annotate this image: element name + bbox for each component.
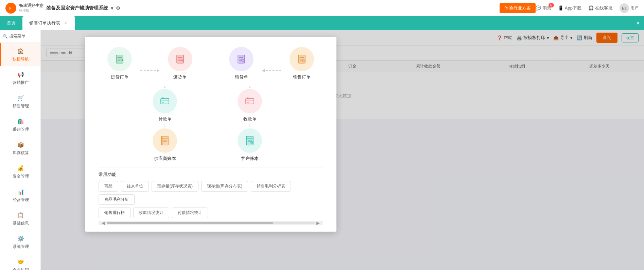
flow-diagram: 进货订单 <box>99 47 323 162</box>
btn-stock-dist[interactable]: 现存量(库存分布表) <box>201 181 248 192</box>
avatar-text: Ea <box>622 6 626 10</box>
tab-sales-order-label: 销售订单执行表 <box>29 20 60 26</box>
message-badge: 6 <box>549 3 554 7</box>
sales-order-icon <box>290 47 314 71</box>
btn-stock-status[interactable]: 现存量(库存状况表) <box>152 181 198 192</box>
btn-sales-rank[interactable]: 销售排行榜 <box>99 208 130 218</box>
arrow-purchase-to-purchase-slip <box>140 70 159 80</box>
sidebar-search[interactable]: 🔍 搜索菜单 <box>0 30 40 43</box>
logo-main-text: 畅康通好生意 <box>19 3 43 8</box>
flow-row-2-wrapper: ↓ ¥ 付款单 <box>99 83 323 122</box>
tab-home[interactable]: 首页 <box>0 16 22 30</box>
common-functions-title: 常用功能 <box>99 172 323 178</box>
btn-goods[interactable]: 商品 <box>99 181 118 192</box>
sidebar-item-inventory[interactable]: 📦 库存核算 <box>0 137 40 160</box>
customer-ledger-label: 客户账本 <box>241 156 259 162</box>
service-label: 在线客服 <box>595 5 613 11</box>
flow-item-purchase-slip[interactable]: 进货单 <box>159 47 201 80</box>
arrow-sales-order-to-slip <box>262 70 281 80</box>
sidebar-search-label: 搜索菜单 <box>9 33 25 39</box>
scrollbar-left-arrow[interactable]: ◀ <box>100 220 107 226</box>
tab-sales-order[interactable]: 销售订单执行表 × <box>22 16 75 30</box>
scrollbar-right-arrow[interactable]: ▶ <box>315 220 321 226</box>
sidebar: 🔍 搜索菜单 🏠 快捷导航 📢 营销推广 🛒 销售管理 🛍️ 采购管理 📦 库存… <box>0 30 41 270</box>
arrow-down-payment: ↓ <box>163 83 167 89</box>
tab-home-label: 首页 <box>7 20 16 26</box>
main-layout: 🔍 搜索菜单 🏠 快捷导航 📢 营销推广 🛒 销售管理 🛍️ 采购管理 📦 库存… <box>0 30 644 270</box>
header-right: 💬 消息 6 📱 App下载 🎧 在线客服 Ea 用户 <box>536 3 639 13</box>
common-functions-section: 常用功能 商品 往来单位 现存量(库存状况表) 现存量(库存分布表) 销售毛利分… <box>99 167 323 218</box>
arrow-down-supplier: ↓ <box>163 122 167 128</box>
basic-info-icon: 📋 <box>17 211 25 219</box>
message-button[interactable]: 💬 消息 6 <box>536 5 551 11</box>
online-service-button[interactable]: 🎧 在线客服 <box>588 5 613 11</box>
sidebar-item-purchase[interactable]: 🛍️ 采购管理 <box>0 113 40 137</box>
user-menu[interactable]: Ea 用户 <box>620 3 639 13</box>
logo-icon: 6 <box>5 3 16 14</box>
purchase-slip-icon <box>168 47 192 71</box>
quick-nav-icon: 🏠 <box>17 47 25 55</box>
tab-bar-close-icon[interactable]: × <box>636 20 640 26</box>
supplier-ledger-icon <box>153 128 177 153</box>
collab-icon: 🤝 <box>17 258 25 266</box>
payment-icon: ¥ <box>153 89 177 113</box>
sidebar-item-collab[interactable]: 🤝 企业协同 <box>0 254 40 270</box>
experience-button[interactable]: 体验行业方案 <box>500 3 536 13</box>
flow-item-payment[interactable]: ¥ 付款单 <box>143 89 187 122</box>
common-btns-row2: 销售排行榜 收款情况统计 付款情况统计 <box>99 208 323 218</box>
sidebar-item-label-inventory: 库存核算 <box>13 150 29 156</box>
flow-item-receipt[interactable]: ¥ 收款单 <box>228 89 272 122</box>
user-name: 用户 <box>630 5 639 11</box>
sidebar-item-label-finance: 资金管理 <box>13 174 29 179</box>
svg-text:¥: ¥ <box>162 96 164 100</box>
sidebar-item-basic-info[interactable]: 📋 基础信息 <box>0 207 40 230</box>
sidebar-item-label-marketing: 营销推广 <box>13 80 29 86</box>
sidebar-item-system[interactable]: ⚙️ 系统管理 <box>0 230 40 254</box>
flow-row-1: 进货订单 <box>99 47 323 80</box>
btn-collection-stat[interactable]: 收款情况统计 <box>133 208 169 218</box>
flow-item-purchase-order[interactable]: 进货订单 <box>99 47 140 80</box>
sidebar-item-finance[interactable]: 💰 资金管理 <box>0 160 40 183</box>
flow-row-3-wrapper: ↓ <box>99 122 323 162</box>
receipt-label: 收款单 <box>243 116 257 122</box>
arrow-down-customer: ↓ <box>248 122 251 128</box>
scrollbar-track[interactable] <box>107 222 315 224</box>
btn-partners[interactable]: 往来单位 <box>121 181 149 192</box>
app-label: App下载 <box>565 5 581 11</box>
system-dropdown-icon[interactable]: ▾ <box>111 5 113 11</box>
app-download-button[interactable]: 📱 App下载 <box>558 5 581 11</box>
receipt-icon: ¥ <box>238 89 262 113</box>
tab-bar: 首页 销售订单执行表 × × <box>0 16 644 30</box>
arrow-down-receipt: ↓ <box>248 83 251 89</box>
operations-icon: 📊 <box>17 187 25 196</box>
avatar: Ea <box>620 3 629 13</box>
flow-item-sales-order[interactable]: 销售订单 <box>281 47 323 80</box>
sidebar-item-quick-nav[interactable]: 🏠 快捷导航 <box>0 43 40 66</box>
purchase-order-label: 进货订单 <box>111 74 128 80</box>
app-icon: 📱 <box>558 5 563 11</box>
modal-body: 进货订单 <box>85 37 336 232</box>
btn-sales-margin[interactable]: 销售毛利分析表 <box>251 181 291 192</box>
sidebar-item-label-operations: 经营管理 <box>13 197 29 203</box>
btn-payment-stat[interactable]: 付款情况统计 <box>172 208 208 218</box>
flow-item-supplier-ledger[interactable]: 供应商账本 <box>143 128 187 162</box>
svg-text:6: 6 <box>9 6 11 10</box>
flow-item-sales-slip[interactable]: 销货单 <box>220 47 262 80</box>
sidebar-item-label-collab: 企业协同 <box>13 267 29 270</box>
sidebar-item-marketing[interactable]: 📢 营销推广 <box>0 66 40 90</box>
sidebar-item-label-basic-info: 基础信息 <box>13 220 29 226</box>
system-title-area: 装备及固定资产辅助管理系统 ▾ ⚙ <box>46 5 500 11</box>
tab-close-icon[interactable]: × <box>63 20 68 26</box>
flow-item-customer-ledger[interactable]: 客户账本 <box>228 128 272 162</box>
sales-slip-icon <box>229 47 254 71</box>
svg-rect-30 <box>247 102 249 103</box>
sidebar-item-sales[interactable]: 🛒 销售管理 <box>0 90 40 113</box>
payment-label: 付款单 <box>158 116 172 122</box>
service-icon: 🎧 <box>588 5 594 11</box>
settings-icon[interactable]: ⚙ <box>116 5 120 11</box>
search-icon: 🔍 <box>3 34 8 39</box>
svg-rect-25 <box>161 100 169 101</box>
purchase-icon: 🛍️ <box>17 117 25 125</box>
btn-goods-margin[interactable]: 商品毛利分析 <box>99 194 135 205</box>
sidebar-item-operations[interactable]: 📊 经营管理 <box>0 183 40 207</box>
